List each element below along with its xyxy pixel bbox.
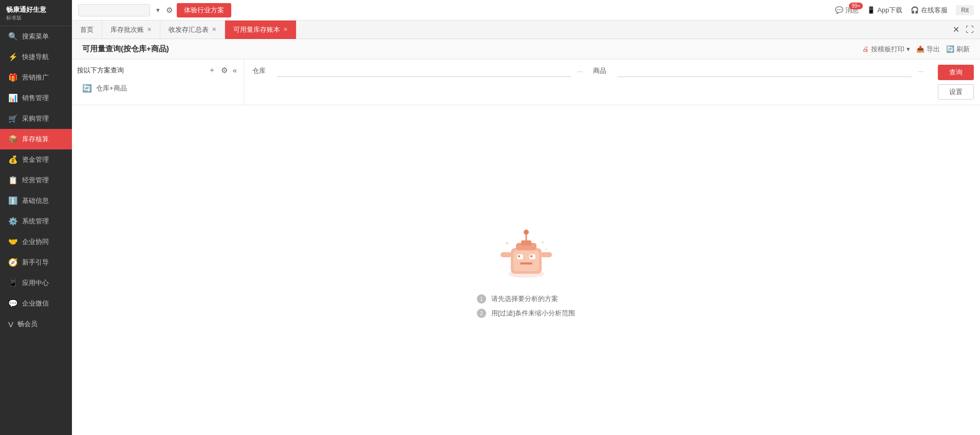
product-field: 商品 ··· xyxy=(593,65,926,77)
print-template-button[interactable]: 🖨 按模板打印 ▾ xyxy=(862,45,910,54)
user-menu[interactable]: Rit xyxy=(956,5,974,15)
scheme-item-icon: 🔄 xyxy=(82,84,92,93)
tab-available-account[interactable]: 可用量库存账本✕ xyxy=(225,21,297,39)
collapse-scheme-button[interactable]: « xyxy=(231,65,238,75)
search-input[interactable] xyxy=(78,4,150,16)
service-icon: 🎧 xyxy=(911,6,919,14)
settings-button[interactable]: 设置 xyxy=(938,84,974,100)
service-label: 在线客服 xyxy=(921,6,948,15)
sidebar-icon-inventory: 📦 xyxy=(8,135,18,144)
query-area: 按以下方案查询 ＋ ⚙ « 🔄 仓库+商品 仓库 xyxy=(72,60,980,105)
sidebar-item-newbie[interactable]: 🧭 新手引导 xyxy=(0,252,72,273)
sidebar: 畅康通好生意 标准版 🔍 搜索菜单 ⚡ 快捷导航 🎁 营销推广 📊 销售管理 🛒… xyxy=(0,0,72,435)
refresh-icon: 🔄 xyxy=(946,45,954,53)
tab-label-home: 首页 xyxy=(80,25,94,34)
tip-number-2: 2 xyxy=(477,309,486,318)
sidebar-icon-search: 🔍 xyxy=(8,32,18,41)
export-button[interactable]: 📤 导出 xyxy=(916,45,940,54)
tab-home[interactable]: 首页 xyxy=(72,21,102,39)
query-fields-panel: 仓库 ··· 商品 ··· xyxy=(244,60,934,105)
settings-scheme-button[interactable]: ⚙ xyxy=(219,65,229,75)
tip-text-2: 用[过滤]条件来缩小分析范围 xyxy=(491,309,575,318)
empty-state: ✦ ✦ ✦ 1 请先选择要分析的方案 2 用[过滤]条件来缩小分析范围 xyxy=(72,105,980,435)
svg-rect-12 xyxy=(501,252,512,257)
main-area: ▾ ⚙ 体验行业方案 💬 消息 99+ 📱 App下载 🎧 在线客服 Rit 首 xyxy=(72,0,980,435)
sidebar-item-wechat[interactable]: 💬 企业微信 xyxy=(0,293,72,314)
tab-collect-account[interactable]: 收发存汇总表✕ xyxy=(160,21,225,39)
empty-tips: 1 请先选择要分析的方案 2 用[过滤]条件来缩小分析范围 xyxy=(477,294,575,318)
empty-tip-2: 2 用[过滤]条件来缩小分析范围 xyxy=(477,309,575,318)
sidebar-item-enterprise[interactable]: 🤝 企业协同 xyxy=(0,232,72,252)
print-label: 按模板打印 xyxy=(871,45,904,54)
sidebar-label-marketing-promo: 营销推广 xyxy=(22,73,49,82)
app-download-button[interactable]: 📱 App下载 xyxy=(867,6,902,15)
sidebar-icon-marketing-promo: 🎁 xyxy=(8,73,18,82)
maximize-button[interactable]: ⛶ xyxy=(964,23,976,36)
empty-illustration: ✦ ✦ ✦ xyxy=(495,222,557,284)
sidebar-item-inventory[interactable]: 📦 库存核算 xyxy=(0,129,72,149)
tip-text-1: 请先选择要分析的方案 xyxy=(491,294,558,304)
svg-text:✦: ✦ xyxy=(541,239,545,245)
online-service-button[interactable]: 🎧 在线客服 xyxy=(911,6,948,15)
query-action-panel: 查询 设置 xyxy=(934,60,980,105)
sidebar-item-search[interactable]: 🔍 搜索菜单 xyxy=(0,26,72,47)
tab-close-batch-account[interactable]: ✕ xyxy=(147,26,152,33)
scheme-header-buttons: ＋ ⚙ « xyxy=(207,65,238,75)
product-label: 商品 xyxy=(593,66,614,75)
query-button[interactable]: 查询 xyxy=(938,65,974,80)
sidebar-label-wechat: 企业微信 xyxy=(22,299,49,308)
tab-close-available-account[interactable]: ✕ xyxy=(283,26,288,33)
sidebar-label-inventory: 库存核算 xyxy=(22,135,49,144)
sidebar-icon-purchase: 🛒 xyxy=(8,114,18,123)
product-more-button[interactable]: ··· xyxy=(916,66,926,76)
close-tab-button[interactable]: ✕ xyxy=(951,23,961,36)
user-name: Rit xyxy=(961,7,969,14)
sidebar-label-purchase: 采购管理 xyxy=(22,114,49,123)
tab-label-available-account: 可用量库存账本 xyxy=(233,25,280,34)
app-icon: 📱 xyxy=(867,6,875,14)
svg-text:✦: ✦ xyxy=(544,247,548,252)
empty-tip-1: 1 请先选择要分析的方案 xyxy=(477,294,575,304)
sidebar-item-sales[interactable]: 📊 销售管理 xyxy=(0,88,72,108)
print-dropdown-icon: ▾ xyxy=(907,45,910,53)
sidebar-item-operations[interactable]: 📋 经营管理 xyxy=(0,170,72,191)
warehouse-field: 仓库 ··· xyxy=(252,65,585,77)
sidebar-item-app-center[interactable]: 📱 应用中心 xyxy=(0,273,72,293)
sidebar-item-marketing-promo[interactable]: 🎁 营销推广 xyxy=(0,67,72,88)
sidebar-item-shortcut[interactable]: ⚡ 快捷导航 xyxy=(0,47,72,67)
sidebar-item-member[interactable]: V 畅会员 xyxy=(0,314,72,334)
sidebar-label-system: 系统管理 xyxy=(22,217,49,226)
sidebar-item-purchase[interactable]: 🛒 采购管理 xyxy=(0,108,72,129)
gear-icon-button[interactable]: ⚙ xyxy=(166,6,173,15)
scheme-item-warehouse-product[interactable]: 🔄 仓库+商品 xyxy=(77,80,238,97)
sidebar-icon-wechat: 💬 xyxy=(8,299,18,308)
warehouse-input[interactable] xyxy=(277,65,571,77)
message-button[interactable]: 💬 消息 99+ xyxy=(835,6,859,15)
sidebar-icon-system: ⚙️ xyxy=(8,217,18,226)
industry-solution-button[interactable]: 体验行业方案 xyxy=(177,3,231,17)
sidebar-scroll: 🔍 搜索菜单 ⚡ 快捷导航 🎁 营销推广 📊 销售管理 🛒 采购管理 📦 库存核… xyxy=(0,26,72,435)
sidebar-logo: 畅康通好生意 标准版 xyxy=(0,0,72,26)
sidebar-item-system[interactable]: ⚙️ 系统管理 xyxy=(0,211,72,232)
add-scheme-button[interactable]: ＋ xyxy=(207,65,217,75)
tab-close-collect-account[interactable]: ✕ xyxy=(212,26,216,33)
tab-batch-account[interactable]: 库存批次账✕ xyxy=(102,21,160,39)
sidebar-label-operations: 经营管理 xyxy=(22,176,49,185)
sidebar-label-finance: 资金管理 xyxy=(22,155,49,164)
svg-rect-6 xyxy=(530,255,532,257)
warehouse-more-button[interactable]: ··· xyxy=(575,66,585,76)
dropdown-button[interactable]: ▾ xyxy=(154,5,162,15)
product-input[interactable] xyxy=(618,65,912,77)
page-title: 可用量查询(按仓库+商品) xyxy=(82,44,169,54)
scheme-header: 按以下方案查询 ＋ ⚙ « xyxy=(77,65,238,75)
sidebar-item-finance[interactable]: 💰 资金管理 xyxy=(0,149,72,170)
message-icon: 💬 xyxy=(835,6,843,14)
sidebar-item-basic-info[interactable]: ℹ️ 基础信息 xyxy=(0,191,72,211)
sidebar-label-search: 搜索菜单 xyxy=(22,32,49,41)
sidebar-icon-shortcut: ⚡ xyxy=(8,52,18,62)
sidebar-icon-app-center: 📱 xyxy=(8,278,18,288)
print-icon: 🖨 xyxy=(862,45,869,53)
topbar: ▾ ⚙ 体验行业方案 💬 消息 99+ 📱 App下载 🎧 在线客服 Rit xyxy=(72,0,980,21)
sidebar-label-sales: 销售管理 xyxy=(22,93,49,103)
refresh-button[interactable]: 🔄 刷新 xyxy=(946,45,970,54)
